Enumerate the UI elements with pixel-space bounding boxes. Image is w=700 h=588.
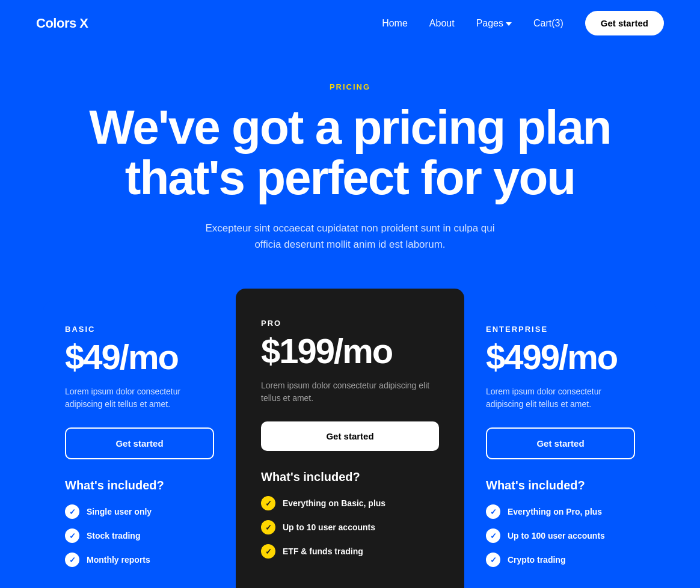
pricing-card-pro: PRO $199/mo Lorem ipsum dolor consectetu… xyxy=(236,289,464,588)
list-item: Up to 10 user accounts xyxy=(261,520,439,534)
hero-subtitle: Excepteur sint occaecat cupidatat non pr… xyxy=(194,220,506,253)
basic-plan-price: $49/mo xyxy=(65,340,214,375)
basic-cta-button[interactable]: Get started xyxy=(65,427,214,459)
nav-links: Home About Pages Cart(3) Get started xyxy=(382,11,664,35)
list-item: Everything on Pro, plus xyxy=(486,504,635,519)
basic-included-title: What's included? xyxy=(65,479,214,492)
pricing-section: BASIC $49/mo Lorem ipsum dolor consectet… xyxy=(0,265,700,588)
basic-feature-list: Single user only Stock trading Monthly r… xyxy=(65,504,214,567)
hero-title: We've got a pricing plan that's perfect … xyxy=(79,102,621,203)
nav-home[interactable]: Home xyxy=(382,18,408,29)
pro-included-title: What's included? xyxy=(261,470,439,484)
enterprise-cta-button[interactable]: Get started xyxy=(486,427,635,459)
pro-cta-button[interactable]: Get started xyxy=(261,421,439,451)
list-item: ETF & funds trading xyxy=(261,544,439,559)
nav-pages[interactable]: Pages xyxy=(476,18,512,29)
check-icon xyxy=(261,520,275,534)
enterprise-included-title: What's included? xyxy=(486,479,635,492)
pricing-card-basic: BASIC $49/mo Lorem ipsum dolor consectet… xyxy=(43,301,236,588)
list-item: Monthly reports xyxy=(65,553,214,567)
hero-section: PRICING We've got a pricing plan that's … xyxy=(0,46,700,265)
pro-plan-desc: Lorem ipsum dolor consectetur adipiscing… xyxy=(261,379,439,405)
pricing-card-enterprise: ENTERPRISE $499/mo Lorem ipsum dolor con… xyxy=(464,301,657,588)
enterprise-plan-desc: Lorem ipsum dolor consectetur adipiscing… xyxy=(486,385,635,411)
check-icon xyxy=(65,504,79,519)
nav-cta-button[interactable]: Get started xyxy=(585,11,664,35)
nav-cart[interactable]: Cart(3) xyxy=(533,18,563,29)
list-item: Stock trading xyxy=(65,528,214,543)
list-item: Single user only xyxy=(65,504,214,519)
check-icon xyxy=(261,496,275,510)
check-icon xyxy=(261,544,275,559)
list-item: Everything on Basic, plus xyxy=(261,496,439,510)
nav-about[interactable]: About xyxy=(429,18,455,29)
check-icon xyxy=(486,553,500,567)
list-item: Up to 100 user accounts xyxy=(486,528,635,543)
navbar: Colors X Home About Pages Cart(3) Get st… xyxy=(0,0,700,46)
enterprise-plan-price: $499/mo xyxy=(486,340,635,375)
logo[interactable]: Colors X xyxy=(36,16,88,31)
check-icon xyxy=(486,504,500,519)
pro-plan-label: PRO xyxy=(261,319,439,328)
list-item: Crypto trading xyxy=(486,553,635,567)
hero-label: PRICING xyxy=(24,82,676,91)
pro-plan-price: $199/mo xyxy=(261,334,439,369)
enterprise-feature-list: Everything on Pro, plus Up to 100 user a… xyxy=(486,504,635,567)
enterprise-plan-label: ENTERPRISE xyxy=(486,325,635,334)
check-icon xyxy=(65,528,79,543)
chevron-down-icon xyxy=(506,22,512,26)
check-icon xyxy=(65,553,79,567)
basic-plan-desc: Lorem ipsum dolor consectetur adipiscing… xyxy=(65,385,214,411)
check-icon xyxy=(486,528,500,543)
pro-feature-list: Everything on Basic, plus Up to 10 user … xyxy=(261,496,439,559)
basic-plan-label: BASIC xyxy=(65,325,214,334)
